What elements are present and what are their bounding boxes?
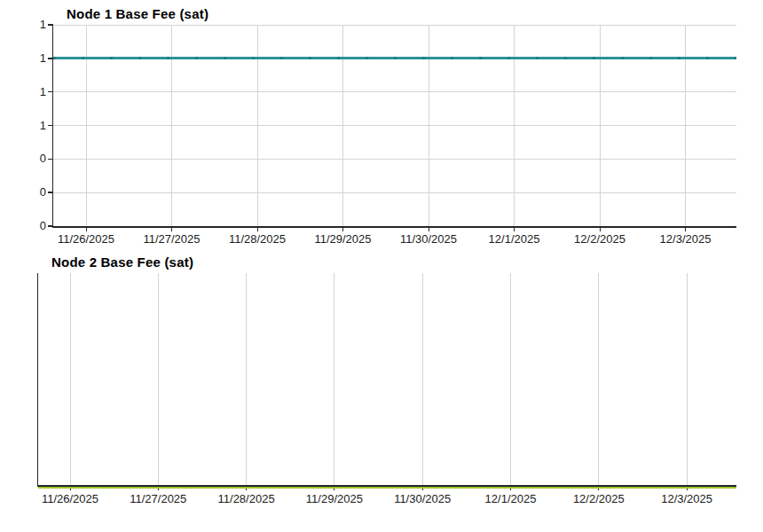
y-tick-label: 0 xyxy=(16,185,46,200)
x-axis-tick xyxy=(334,485,334,490)
vertical-gridline xyxy=(685,25,686,226)
x-axis-tick xyxy=(687,485,688,490)
y-axis-line xyxy=(37,273,39,485)
x-axis-tick xyxy=(422,485,423,490)
y-tick-label: 1 xyxy=(16,85,46,99)
x-tick-label: 12/2/2025 xyxy=(557,232,642,246)
vertical-gridline xyxy=(514,25,515,226)
vertical-gridline xyxy=(600,25,601,226)
y-tick-label: 1 xyxy=(16,119,46,133)
y-tick-label: 1 xyxy=(16,51,46,66)
x-tick-label: 11/28/2025 xyxy=(204,492,289,506)
vertical-gridline xyxy=(334,273,334,485)
x-tick-label: 12/1/2025 xyxy=(468,492,554,506)
x-tick-label: 11/28/2025 xyxy=(215,232,300,246)
horizontal-gridline xyxy=(53,58,736,59)
x-axis-tick xyxy=(514,226,515,231)
horizontal-gridline xyxy=(53,125,736,126)
vertical-gridline xyxy=(158,273,159,485)
y-axis-tick xyxy=(48,225,53,227)
base-fee-series-line xyxy=(53,57,736,59)
x-axis-line xyxy=(37,485,737,487)
vertical-gridline xyxy=(598,273,599,485)
vertical-gridline xyxy=(429,25,429,226)
x-tick-label: 11/29/2025 xyxy=(292,492,377,506)
y-tick-label: 0 xyxy=(16,219,46,233)
x-tick-label: 12/3/2025 xyxy=(643,232,728,246)
base-fee-series-line xyxy=(38,487,736,489)
vertical-gridline xyxy=(246,273,247,485)
x-axis-tick xyxy=(86,226,87,231)
y-axis-tick xyxy=(48,125,53,127)
x-axis-tick xyxy=(685,226,686,231)
vertical-gridline xyxy=(86,25,87,226)
y-axis-tick xyxy=(48,159,53,160)
y-axis-tick xyxy=(48,192,53,193)
vertical-gridline xyxy=(70,273,71,485)
x-axis-tick xyxy=(342,226,343,231)
x-tick-label: 11/27/2025 xyxy=(130,232,215,246)
y-axis-tick xyxy=(48,24,53,26)
horizontal-gridline xyxy=(53,25,736,26)
x-axis-tick xyxy=(70,485,71,490)
x-axis-tick xyxy=(171,226,172,231)
x-axis-tick xyxy=(598,485,599,490)
x-tick-label: 11/29/2025 xyxy=(301,232,386,246)
y-axis-tick xyxy=(48,91,53,93)
x-tick-label: 12/3/2025 xyxy=(644,492,729,506)
y-tick-label: 0 xyxy=(16,152,46,166)
x-axis-line xyxy=(52,226,737,228)
x-axis-tick xyxy=(510,485,511,490)
node2-chart-title: Node 2 Base Fee (sat) xyxy=(51,254,193,270)
node1-base-fee-chart: Node 1 Base Fee (sat) 11/26/202511/27/20… xyxy=(0,0,763,532)
node1-chart-title: Node 1 Base Fee (sat) xyxy=(67,6,208,21)
vertical-gridline xyxy=(342,25,343,226)
y-axis-line xyxy=(52,25,54,226)
x-axis-tick xyxy=(257,226,258,231)
y-axis-tick xyxy=(48,58,53,59)
x-axis-tick xyxy=(246,485,247,490)
fee-charts-dashboard: Node 1 Base Fee (sat) 11/26/202511/27/20… xyxy=(0,0,763,532)
x-axis-tick xyxy=(158,485,159,490)
x-tick-label: 11/27/2025 xyxy=(115,492,201,506)
x-tick-label: 11/26/2025 xyxy=(43,232,129,246)
x-axis-tick xyxy=(429,226,429,231)
node2-base-fee-chart: Node 2 Base Fee (sat) 11/26/202511/27/20… xyxy=(0,0,763,532)
vertical-gridline xyxy=(422,273,423,485)
x-tick-label: 12/2/2025 xyxy=(556,492,641,506)
x-axis-tick xyxy=(600,226,601,231)
horizontal-gridline xyxy=(53,159,736,160)
y-tick-label: 1 xyxy=(16,18,46,32)
vertical-gridline xyxy=(171,25,172,226)
vertical-gridline xyxy=(510,273,511,485)
x-tick-label: 12/1/2025 xyxy=(472,232,557,246)
horizontal-gridline xyxy=(53,91,736,92)
vertical-gridline xyxy=(687,273,688,485)
x-tick-label: 11/30/2025 xyxy=(386,232,471,246)
x-tick-label: 11/26/2025 xyxy=(28,492,113,506)
horizontal-gridline xyxy=(53,192,736,193)
vertical-gridline xyxy=(257,25,258,226)
x-tick-label: 11/30/2025 xyxy=(380,492,465,506)
